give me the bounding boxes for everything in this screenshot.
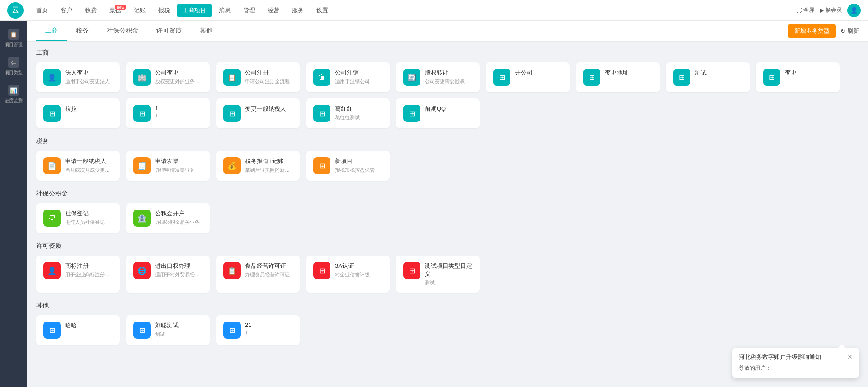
sub-tab-税务[interactable]: 税务 bbox=[67, 21, 98, 41]
sub-tab-社保公积金[interactable]: 社保公积金 bbox=[98, 21, 147, 41]
card-icon-gongshang-1: 🏢 bbox=[133, 69, 151, 86]
card-name-gongshang-2: 公司注册 bbox=[245, 69, 292, 77]
card-shuiwu-1[interactable]: 🧾申请发票办理申请发票业务 bbox=[126, 151, 210, 181]
card-gongshang-10[interactable]: ⊞11 bbox=[126, 98, 210, 128]
card-name-gongshang-6: 变更地址 bbox=[605, 69, 652, 77]
nav-item-票据[interactable]: 票据new bbox=[104, 4, 127, 17]
card-desc-xuke-3: 对企业信誉评级 bbox=[335, 271, 382, 278]
card-xuke-2[interactable]: 📋食品经营许可证办理食品经营许可证 bbox=[216, 256, 300, 293]
card-xuke-0[interactable]: 👤商标注册用于企业商标注册服务 bbox=[36, 256, 120, 293]
card-xuke-4[interactable]: ⊞测试项目类型目定义测试 bbox=[396, 256, 480, 293]
card-name-xuke-1: 进出口权办理 bbox=[155, 262, 203, 270]
card-name-shuiwu-3: 新项目 bbox=[335, 157, 382, 165]
card-xuke-3[interactable]: ⊞3A认证对企业信誉评级 bbox=[306, 256, 390, 293]
card-gongshang-6[interactable]: ⊞变更地址 bbox=[576, 62, 660, 92]
card-gongshang-8[interactable]: ⊞变更 bbox=[756, 62, 840, 92]
card-name-gongshang-1: 公司变更 bbox=[155, 69, 203, 77]
card-gongshang-7[interactable]: ⊞测试 bbox=[666, 62, 750, 92]
card-name-gongshang-12: 葛红红 bbox=[335, 105, 382, 113]
sub-tab-许可资质[interactable]: 许可资质 bbox=[147, 21, 191, 41]
fullscreen-button[interactable]: ⛶ 全屏 bbox=[796, 6, 814, 14]
card-icon-gongshang-10: ⊞ bbox=[133, 105, 151, 122]
card-gongshang-9[interactable]: ⊞拉拉 bbox=[36, 98, 120, 128]
sidebar-item-项目管理[interactable]: 📋 项目管理 bbox=[0, 25, 27, 51]
card-shuiwu-0[interactable]: 📄申请一般纳税人当月或次月成变更完成 bbox=[36, 151, 120, 181]
nav-item-消息[interactable]: 消息 bbox=[213, 4, 236, 17]
card-desc-gongshang-12: 葛红红测试 bbox=[335, 114, 382, 121]
card-qita-1[interactable]: ⊞刘聪测试测试 bbox=[126, 315, 210, 345]
card-shuiwu-2[interactable]: 💰税务报道+记账拿到营业执照的新公司 bbox=[216, 151, 300, 181]
card-info-qita-0: 哈哈 bbox=[65, 322, 113, 331]
card-icon-qita-2: ⊞ bbox=[223, 322, 241, 339]
nav-item-设置[interactable]: 设置 bbox=[311, 4, 334, 17]
card-info-shuiwu-2: 税务报道+记账拿到营业执照的新公司 bbox=[245, 157, 292, 173]
card-info-qita-2: 211 bbox=[245, 322, 292, 335]
card-name-qita-2: 21 bbox=[245, 322, 292, 328]
card-icon-gongshang-11: ⊞ bbox=[223, 105, 241, 122]
nav-item-管理[interactable]: 管理 bbox=[238, 4, 260, 17]
notification-close-button[interactable]: ✕ bbox=[847, 353, 853, 361]
card-gongshang-13[interactable]: ⊞前期QQ bbox=[396, 98, 480, 128]
section-gongshang: 工商👤法人变更适用于公司变更法人🏢公司变更股权变更外的业务变更📋公司注册申请公司… bbox=[36, 49, 859, 128]
card-desc-qita-1: 测试 bbox=[155, 331, 203, 338]
card-gongshang-4[interactable]: 🔄股权转让公司变更需要股权转让 bbox=[396, 62, 480, 92]
card-info-gongshang-5: 开公司 bbox=[515, 69, 562, 78]
nav-item-报税[interactable]: 报税 bbox=[153, 4, 175, 17]
sidebar-item-项目类型[interactable]: 🏷 项目类型 bbox=[0, 53, 27, 79]
sidebar-item-label: 进度监测 bbox=[5, 98, 23, 104]
card-gongshang-11[interactable]: ⊞变更一般纳税人 bbox=[216, 98, 300, 128]
sub-tab-工商[interactable]: 工商 bbox=[36, 21, 67, 41]
card-gongshang-12[interactable]: ⊞葛红红葛红红测试 bbox=[306, 98, 390, 128]
card-qita-0[interactable]: ⊞哈哈 bbox=[36, 315, 120, 345]
section-title-qita: 其他 bbox=[36, 302, 859, 310]
nav-item-首页[interactable]: 首页 bbox=[31, 4, 53, 17]
card-gongshang-2[interactable]: 📋公司注册申请公司注册全流程 bbox=[216, 62, 300, 92]
nav-item-经营[interactable]: 经营 bbox=[262, 4, 285, 17]
card-icon-gongshang-3: 🗑 bbox=[313, 69, 330, 86]
card-desc-shuiwu-0: 当月或次月成变更完成 bbox=[65, 167, 113, 173]
card-gongshang-1[interactable]: 🏢公司变更股权变更外的业务变更 bbox=[126, 62, 210, 92]
card-info-gongshang-11: 变更一般纳税人 bbox=[245, 105, 292, 114]
card-shebao-0[interactable]: 🛡社保登记进行人员社保登记 bbox=[36, 203, 120, 233]
section-title-shuiwu: 税务 bbox=[36, 137, 859, 145]
card-info-xuke-3: 3A认证对企业信誉评级 bbox=[335, 262, 382, 278]
card-xuke-1[interactable]: 🌐进出口权办理适用于对外贸易经营者 bbox=[126, 256, 210, 293]
card-gongshang-3[interactable]: 🗑公司注销适用于注销公司 bbox=[306, 62, 390, 92]
card-name-shuiwu-2: 税务报道+记账 bbox=[245, 157, 292, 165]
card-shuiwu-3[interactable]: ⊞新项目报税加税控盘保管 bbox=[306, 151, 390, 181]
nav-item-客户[interactable]: 客户 bbox=[55, 4, 78, 17]
nav-item-工商项目[interactable]: 工商项目 bbox=[177, 4, 212, 17]
card-name-shebao-1: 公积金开户 bbox=[155, 210, 203, 218]
nav-item-收费[interactable]: 收费 bbox=[80, 4, 102, 17]
sub-tab-其他[interactable]: 其他 bbox=[191, 21, 222, 41]
fullscreen-label: 全屏 bbox=[803, 6, 814, 14]
card-icon-xuke-4: ⊞ bbox=[403, 262, 420, 279]
card-icon-shuiwu-3: ⊞ bbox=[313, 157, 330, 174]
sidebar-item-进度监测[interactable]: 📊 进度监测 bbox=[0, 81, 27, 107]
card-name-qita-0: 哈哈 bbox=[65, 322, 113, 330]
card-desc-shuiwu-3: 报税加税控盘保管 bbox=[335, 167, 382, 173]
new-type-button[interactable]: 新增业务类型 bbox=[788, 24, 836, 38]
card-gongshang-0[interactable]: 👤法人变更适用于公司变更法人 bbox=[36, 62, 120, 92]
sidebar: 📋 项目管理 🏷 项目类型 📊 进度监测 bbox=[0, 21, 27, 387]
card-desc-xuke-4: 测试 bbox=[425, 280, 472, 286]
card-info-gongshang-9: 拉拉 bbox=[65, 105, 113, 114]
logo[interactable]: 云 bbox=[7, 2, 24, 19]
notification-triangle bbox=[838, 344, 845, 348]
card-gongshang-5[interactable]: ⊞开公司 bbox=[486, 62, 570, 92]
member-button[interactable]: ▶ 畅会员 bbox=[820, 6, 842, 14]
card-shebao-1[interactable]: 🏦公积金开户办理公积金相关业务 bbox=[126, 203, 210, 233]
nav-item-服务[interactable]: 服务 bbox=[287, 4, 309, 17]
avatar[interactable]: 👤 bbox=[847, 4, 861, 17]
card-qita-2[interactable]: ⊞211 bbox=[216, 315, 300, 345]
card-icon-gongshang-8: ⊞ bbox=[763, 69, 780, 86]
card-info-gongshang-4: 股权转让公司变更需要股权转让 bbox=[425, 69, 472, 85]
card-info-gongshang-6: 变更地址 bbox=[605, 69, 652, 78]
nav-item-记账[interactable]: 记账 bbox=[128, 4, 151, 17]
refresh-button[interactable]: ↻ 刷新 bbox=[840, 27, 859, 35]
sidebar-item-label: 项目管理 bbox=[5, 42, 23, 48]
cards-grid-shuiwu: 📄申请一般纳税人当月或次月成变更完成🧾申请发票办理申请发票业务💰税务报道+记账拿… bbox=[36, 151, 859, 181]
card-info-gongshang-8: 变更 bbox=[785, 69, 832, 78]
card-desc-shuiwu-2: 拿到营业执照的新公司 bbox=[245, 167, 292, 173]
avatar-icon: 👤 bbox=[850, 7, 858, 14]
